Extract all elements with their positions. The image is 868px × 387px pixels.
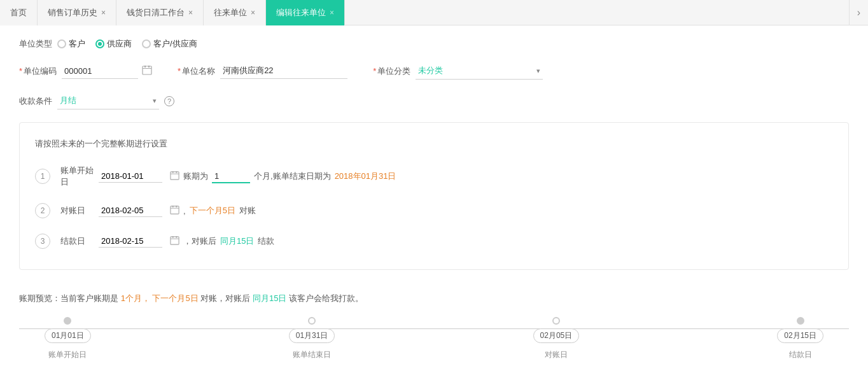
step-1-date-input[interactable] bbox=[99, 170, 162, 183]
tab-cash-ledger[interactable]: 钱货日清工作台 × bbox=[116, 0, 204, 25]
preview-mid: 下一个月5日 bbox=[152, 293, 198, 303]
page-content: 单位类型 客户 供应商 客户/供应商 * 单位编码 bbox=[0, 25, 868, 387]
svg-rect-6 bbox=[172, 171, 174, 173]
radio-customer-circle bbox=[57, 39, 66, 48]
timeline-badge-4: 02月15日 bbox=[777, 328, 823, 343]
unit-name-group: * 单位名称 bbox=[178, 64, 347, 79]
svg-rect-8 bbox=[171, 206, 179, 214]
timeline-point-4: 02月15日 结款日 bbox=[777, 317, 823, 360]
step-1-number: 1 bbox=[35, 169, 50, 184]
radio-supplier-label: 供应商 bbox=[107, 38, 132, 50]
timeline-points: 01月01日 账单开始日 01月31日 账单结束日 02月05日 对账日 bbox=[45, 317, 823, 360]
unit-name-required: * bbox=[178, 66, 181, 76]
timeline-sublabel-4: 结款日 bbox=[789, 349, 812, 360]
step-1-label: 账单开始日 bbox=[60, 165, 99, 188]
svg-rect-10 bbox=[172, 206, 174, 208]
tab-partner-units-close[interactable]: × bbox=[251, 8, 255, 17]
timeline-dot-2 bbox=[308, 317, 316, 325]
step-1-calendar-icon[interactable] bbox=[170, 171, 179, 182]
radio-customer-supplier-circle bbox=[142, 39, 151, 48]
radio-supplier[interactable]: 供应商 bbox=[95, 38, 132, 50]
timeline-sublabel-3: 对账日 bbox=[545, 349, 568, 360]
step-3-number: 3 bbox=[35, 234, 50, 249]
tab-sales-order-history[interactable]: 销售订单历史 × bbox=[38, 0, 116, 25]
tab-edit-partner-label: 编辑往来单位 bbox=[276, 7, 326, 18]
radio-customer[interactable]: 客户 bbox=[57, 38, 85, 50]
tab-home[interactable]: 首页 bbox=[0, 0, 38, 25]
step-3-text-before: ，对账后 bbox=[183, 236, 216, 247]
svg-rect-3 bbox=[148, 66, 150, 67]
svg-rect-0 bbox=[143, 66, 151, 74]
step-2-number: 2 bbox=[35, 203, 50, 218]
radio-customer-supplier-label: 客户/供应商 bbox=[153, 38, 197, 50]
timeline-badge-2: 01月31日 bbox=[289, 328, 335, 343]
svg-rect-4 bbox=[171, 172, 179, 179]
step-1-text-mid: 个月,账单结束日期为 bbox=[254, 171, 331, 182]
step-2-text-after: 对账 bbox=[239, 205, 256, 216]
tabs-bar: 首页 销售订单历史 × 钱货日清工作台 × 往来单位 × 编辑往来单位 × › bbox=[0, 0, 868, 25]
step-3-calendar-icon[interactable] bbox=[170, 236, 179, 247]
payment-terms-label: 收款条件 bbox=[19, 95, 52, 107]
payment-terms-select[interactable]: 月结 ▾ bbox=[57, 92, 159, 109]
unit-code-label: 单位编码 bbox=[24, 66, 57, 77]
step-1-content: 账期为 个月,账单结束日期为 2018年01月31日 bbox=[99, 170, 396, 183]
step-1-end-date: 2018年01月31日 bbox=[335, 171, 396, 182]
step-3-row: 3 结款日 ，对账后 同月15日 结款 bbox=[35, 234, 833, 249]
preview-mid2-text: 对账，对账后 bbox=[200, 293, 253, 303]
chevron-down-icon: ▾ bbox=[536, 67, 540, 75]
timeline-dot-4 bbox=[797, 317, 804, 325]
unit-code-input[interactable] bbox=[62, 64, 138, 79]
unit-category-required: * bbox=[373, 66, 376, 76]
timeline-badge-1: 01月01日 bbox=[45, 328, 91, 343]
radio-customer-supplier[interactable]: 客户/供应商 bbox=[142, 38, 197, 50]
svg-rect-7 bbox=[176, 171, 177, 173]
step-2-date-input[interactable] bbox=[99, 204, 162, 217]
svg-rect-12 bbox=[171, 237, 179, 244]
tab-home-label: 首页 bbox=[10, 7, 27, 18]
unit-info-row: * 单位编码 * 单位名称 * 单位分类 未分类 ▾ bbox=[19, 62, 849, 80]
payment-setup-section: 请按照未来的一个完整帐期进行设置 1 账单开始日 账期为 个月,账单结束日期为 bbox=[19, 122, 849, 270]
preview-section: 账期预览：当前客户账期是 1个月， 下一个月5日 对账，对账后 同月15日 该客… bbox=[19, 283, 849, 360]
unit-category-value: 未分类 bbox=[418, 65, 534, 76]
unit-type-row: 单位类型 客户 供应商 客户/供应商 bbox=[19, 38, 849, 50]
step-3-highlight: 同月15日 bbox=[220, 236, 254, 247]
step-2-content: , 下一个月5日 对账 bbox=[99, 204, 256, 217]
unit-category-select[interactable]: 未分类 ▾ bbox=[416, 62, 543, 80]
unit-code-group: * 单位编码 bbox=[19, 64, 152, 79]
unit-code-icon[interactable] bbox=[142, 65, 152, 77]
step-1-period-input[interactable] bbox=[212, 170, 250, 183]
step-1-row: 1 账单开始日 账期为 个月,账单结束日期为 2018年01月31日 bbox=[35, 165, 833, 188]
step-2-text-before: , bbox=[183, 206, 186, 216]
step-3-label: 结款日 bbox=[60, 236, 99, 247]
section-instruction: 请按照未来的一个完整帐期进行设置 bbox=[35, 138, 833, 150]
step-3-text-after: 结款 bbox=[258, 236, 274, 247]
payment-terms-row: 收款条件 月结 ▾ ? bbox=[19, 92, 849, 109]
preview-suffix-text: 该客户会给我打款。 bbox=[289, 293, 363, 303]
unit-name-label: 单位名称 bbox=[182, 66, 215, 77]
step-2-label: 对账日 bbox=[60, 205, 99, 216]
tab-partner-units[interactable]: 往来单位 × bbox=[204, 0, 266, 25]
timeline-point-2: 01月31日 账单结束日 bbox=[289, 317, 335, 360]
timeline-point-3: 02月05日 对账日 bbox=[533, 317, 580, 360]
unit-type-label: 单位类型 bbox=[19, 38, 52, 50]
help-icon[interactable]: ? bbox=[164, 96, 174, 106]
radio-supplier-circle bbox=[95, 39, 104, 48]
step-2-row: 2 对账日 , 下一个月5日 对账 bbox=[35, 203, 833, 218]
tab-cash-ledger-label: 钱货日清工作台 bbox=[127, 7, 185, 18]
unit-name-input[interactable] bbox=[220, 64, 347, 79]
timeline-point-1: 01月01日 账单开始日 bbox=[45, 317, 91, 360]
tab-edit-partner[interactable]: 编辑往来单位 × bbox=[266, 0, 345, 25]
tab-scroll-arrow[interactable]: › bbox=[849, 0, 868, 25]
step-2-calendar-icon[interactable] bbox=[170, 205, 179, 216]
step-3-date-input[interactable] bbox=[99, 235, 162, 248]
tab-cash-ledger-close[interactable]: × bbox=[188, 8, 193, 17]
unit-type-radio-group: 客户 供应商 客户/供应商 bbox=[57, 38, 197, 50]
tab-sales-order-history-close[interactable]: × bbox=[101, 8, 106, 17]
unit-category-group: * 单位分类 未分类 ▾ bbox=[373, 62, 543, 80]
preview-period: 1个月， bbox=[121, 293, 150, 303]
step-1-text-before: 账期为 bbox=[183, 171, 208, 182]
tab-edit-partner-close[interactable]: × bbox=[330, 8, 334, 17]
radio-customer-label: 客户 bbox=[69, 38, 85, 50]
step-3-content: ，对账后 同月15日 结款 bbox=[99, 235, 274, 248]
timeline-dot-3 bbox=[552, 317, 560, 325]
